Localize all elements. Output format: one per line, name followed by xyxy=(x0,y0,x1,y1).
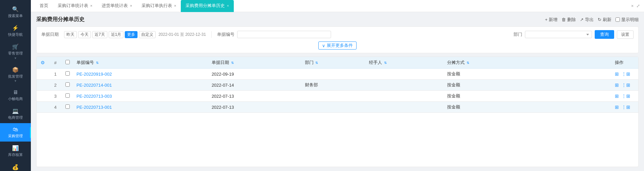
row-checkbox-cell xyxy=(62,69,73,80)
col-docno-header: 单据编号 ⇅ xyxy=(73,57,208,69)
expand-more-btn[interactable]: ∨ 展开更多条件 xyxy=(318,41,357,50)
sidebar-item-ecom-small[interactable]: 🖥 小畅电商 xyxy=(0,86,31,104)
row-actions: ⊞ ⋮⊞ xyxy=(611,69,638,80)
tab-purchase-order-stats[interactable]: 采购订单统计表 × xyxy=(53,0,97,12)
sort-icon[interactable]: ⇅ xyxy=(231,61,234,65)
sidebar-item-inventory[interactable]: 📊 库存核算 xyxy=(0,142,31,160)
edit-icon[interactable]: ⊞ xyxy=(615,82,619,88)
sidebar-item-label: 快捷导航 xyxy=(8,32,23,37)
close-icon[interactable]: × xyxy=(227,4,229,8)
close-icon[interactable]: × xyxy=(174,4,176,8)
sort-icon[interactable]: ⇅ xyxy=(467,61,469,65)
dept-select[interactable]: 财务部 xyxy=(525,31,592,38)
doc-no-link[interactable]: PE-20220714-001 xyxy=(76,83,112,88)
row-checkbox-cell xyxy=(62,91,73,102)
sidebar-item-label: 小畅电商 xyxy=(8,97,23,101)
date-btn-today[interactable]: 今天 xyxy=(78,31,91,38)
more-icon[interactable]: ⋮⊞ xyxy=(622,93,630,99)
dept-label: 部门 xyxy=(514,31,522,37)
sidebar-item-label: 零售管理 xyxy=(8,51,23,56)
refresh-button[interactable]: ↻ 刷新 xyxy=(598,17,611,23)
row-date: 2022-07-13 xyxy=(208,102,302,113)
edit-icon[interactable]: ⊞ xyxy=(615,93,619,99)
close-icon[interactable]: × xyxy=(90,4,92,8)
sidebar-item-retail[interactable]: 🛒 零售管理 ▼ xyxy=(0,40,31,63)
row-dept: 财务部 xyxy=(302,80,366,91)
row-actions: ⊞ ⋮⊞ xyxy=(611,102,638,113)
tab-label: 采购费用分摊单历史 xyxy=(185,3,225,9)
minimize-icon[interactable]: × xyxy=(631,3,634,8)
wholesale-icon: 📦 xyxy=(12,67,19,73)
sidebar-item-label: 搜索菜单 xyxy=(8,14,23,18)
row-checkbox[interactable] xyxy=(65,104,70,109)
show-cols-checkbox[interactable] xyxy=(615,17,620,22)
sort-icon[interactable]: ⇅ xyxy=(384,61,387,65)
col-split-method-header: 分摊方式 ⇅ xyxy=(444,57,611,69)
add-button[interactable]: + 新增 xyxy=(545,17,557,23)
row-docno: PE-20220919-002 xyxy=(73,69,208,80)
row-checkbox[interactable] xyxy=(65,71,70,76)
tab-home[interactable]: 首页 xyxy=(35,0,53,12)
export-button[interactable]: ↗ 导出 xyxy=(580,17,594,23)
select-all-checkbox[interactable] xyxy=(65,60,70,64)
row-split-method: 按金额 xyxy=(444,102,611,113)
sidebar-item-search[interactable]: 🔍 搜索菜单 xyxy=(0,3,31,21)
doc-no-link[interactable]: PE-20220919-002 xyxy=(76,72,112,77)
tab-purchase-exec[interactable]: 采购订单执行表 × xyxy=(137,0,181,12)
row-split-method: 按金额 xyxy=(444,80,611,91)
sidebar-item-ecom[interactable]: 💻 电商管理 xyxy=(0,104,31,123)
page-header: 采购费用分摊单历史 + 新增 🗑 删除 ↗ 导出 ↻ 刷新 显示明细 xyxy=(36,16,639,23)
col-date-header: 单据日期 ⇅ xyxy=(208,57,302,69)
divider xyxy=(211,31,212,38)
sidebar-item-label: 库存核算 xyxy=(8,153,23,157)
show-cols-toggle[interactable]: 显示明细 xyxy=(615,17,639,23)
delete-button[interactable]: 🗑 删除 xyxy=(561,17,576,23)
ecom-icon: 💻 xyxy=(12,108,19,114)
date-label: 单据日期 xyxy=(41,31,59,37)
col-handler-header: 经手人 ⇅ xyxy=(366,57,444,69)
row-date: 2022-07-13 xyxy=(208,91,302,102)
settings-icon[interactable]: ⚙ xyxy=(41,60,45,65)
sidebar-item-purchase[interactable]: 🛍 采购管理 xyxy=(0,123,31,142)
sidebar-item-quicknav[interactable]: ⚡ 快捷导航 xyxy=(0,21,31,40)
retail-icon: 🛒 xyxy=(12,44,19,50)
row-checkbox[interactable] xyxy=(65,82,70,87)
sidebar-item-wholesale[interactable]: 📦 批发管理 ▼ xyxy=(0,63,31,86)
quicknav-icon: ⚡ xyxy=(12,25,19,31)
col-settings: ⚙ xyxy=(37,57,49,69)
date-btn-custom[interactable]: 自定义 xyxy=(139,31,156,38)
date-btn-yesterday[interactable]: 昨天 xyxy=(64,31,77,38)
doc-no-link[interactable]: PE-20220713-001 xyxy=(76,105,112,110)
date-btn-7days[interactable]: 近7天 xyxy=(92,31,107,38)
row-checkbox-cell xyxy=(62,80,73,91)
more-icon[interactable]: ⋮⊞ xyxy=(622,82,630,88)
doc-no-link[interactable]: PE-20220713-003 xyxy=(76,94,112,99)
sort-icon[interactable]: ⇅ xyxy=(96,61,99,65)
table-row: 1 PE-20220919-002 2022-09-19 按金额 ⊞ ⋮⊞ xyxy=(37,69,638,80)
sidebar-item-finance[interactable]: 💰 资金管理 xyxy=(0,161,31,171)
more-icon[interactable]: ⋮⊞ xyxy=(622,71,630,77)
more-icon[interactable]: ⋮⊞ xyxy=(622,104,630,110)
ecom-small-icon: 🖥 xyxy=(13,89,18,95)
doc-no-input[interactable] xyxy=(237,31,331,38)
date-btn-1month[interactable]: 近1月 xyxy=(109,31,124,38)
settings-button[interactable]: 设置 xyxy=(617,30,634,39)
edit-icon[interactable]: ⊞ xyxy=(615,71,619,77)
row-checkbox[interactable] xyxy=(65,93,70,98)
col-dept-header: 部门 ⇅ xyxy=(302,57,366,69)
close-icon[interactable]: × xyxy=(130,4,132,8)
search-button[interactable]: 查询 xyxy=(595,30,614,39)
inventory-icon: 📊 xyxy=(12,145,19,151)
page-content: 采购费用分摊单历史 + 新增 🗑 删除 ↗ 导出 ↻ 刷新 显示明细 xyxy=(31,12,644,171)
refresh-icon: ↻ xyxy=(598,17,601,22)
maximize-icon[interactable]: ⤢ xyxy=(636,3,640,8)
col-checkbox-header xyxy=(62,57,73,69)
sort-icon[interactable]: ⇅ xyxy=(315,61,318,65)
date-btn-more[interactable]: 更多 xyxy=(125,31,138,38)
edit-icon[interactable]: ⊞ xyxy=(615,104,619,110)
dept-group: 部门 财务部 查询 设置 xyxy=(514,30,634,39)
row-handler xyxy=(366,69,444,80)
tab-goods-stats[interactable]: 进货单统计表 × xyxy=(97,0,137,12)
row-index: 3 xyxy=(49,91,62,102)
tab-cost-split-history[interactable]: 采购费用分摊单历史 × xyxy=(181,0,233,12)
